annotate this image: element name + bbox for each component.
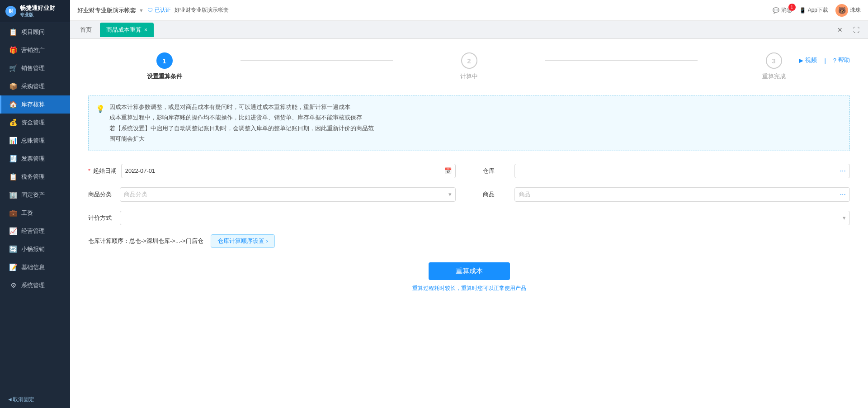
info-line-1: 因成本计算参数调整，或是对商品成本有疑问时，可以通过成本重算功能，重新计算一遍成… [109, 102, 374, 112]
sidebar-item-system[interactable]: ⚙ 系统管理 [0, 276, 70, 294]
pricing-row: 计价方式 ▾ [88, 211, 850, 225]
sidebar-item-label: 营销推广 [21, 46, 45, 54]
divider: | [824, 57, 826, 64]
sidebar-item-label: 税务管理 [21, 173, 45, 181]
phone-icon: 📱 [799, 7, 806, 14]
verified-badge: 🛡 已认证 [147, 6, 171, 14]
avatar: 🐻 [835, 4, 848, 17]
close-panel-button[interactable]: ✕ [834, 24, 846, 36]
message-icon: 💬 [773, 7, 779, 14]
recalc-hint: 重算过程耗时较长，重算时您可以正常使用产品 [412, 285, 526, 292]
accounting-icon: 📊 [9, 137, 18, 145]
edition-badge: 专业版 [20, 12, 55, 18]
recalc-button[interactable]: 重算成本 [429, 262, 510, 280]
system-icon: ⚙ [9, 281, 18, 289]
content-area: 1 设置重算条件 2 计算中 [70, 39, 868, 408]
user-name: 珠珠 [850, 6, 861, 14]
chevron-down-icon[interactable]: ▾ [448, 191, 452, 198]
tab-close-icon[interactable]: × [144, 27, 147, 33]
warehouse-row: 仓库 ··· [483, 164, 850, 178]
more-icon-goods[interactable]: ··· [840, 190, 846, 199]
start-date-input[interactable]: 2022-07-01 📅 [121, 164, 456, 178]
main-area: 好业财专业版演示帐套 ▼ 🛡 已认证 好业财专业版演示帐套 💬 消息 1 📱 A… [70, 0, 868, 408]
video-link[interactable]: ▶ 视频 [799, 56, 817, 64]
sidebar-item-invoice[interactable]: 🧾 发票管理 [0, 150, 70, 168]
goods-label: 商品 [483, 190, 510, 199]
warehouse-input[interactable]: ··· [514, 164, 850, 178]
sidebar-item-operations[interactable]: 📈 经营管理 [0, 222, 70, 240]
more-icon[interactable]: ··· [840, 167, 846, 175]
message-button[interactable]: 💬 消息 1 [773, 6, 792, 14]
expand-button[interactable]: ⛶ [850, 24, 863, 36]
operations-icon: 📈 [9, 227, 18, 235]
chevron-down-icon: ▼ [139, 8, 144, 13]
pricing-label: 计价方式 [88, 214, 115, 222]
info-content: 因成本计算参数调整，或是对商品成本有疑问时，可以通过成本重算功能，重新计算一遍成… [109, 102, 374, 144]
sidebar-item-tax[interactable]: 📋 税务管理 [0, 168, 70, 186]
sales-icon: 🛒 [9, 64, 18, 72]
help-link[interactable]: ? 帮助 [833, 56, 850, 64]
tax-icon: 📋 [9, 173, 18, 181]
user-menu[interactable]: 🐻 珠珠 [835, 4, 861, 17]
tab-home[interactable]: 首页 [74, 23, 98, 37]
sidebar-item-label: 发票管理 [21, 155, 45, 163]
step-1-number: 1 [162, 57, 166, 65]
sidebar-nav: 📋 项目顾问 🎁 营销推广 🛒 销售管理 📦 采购管理 🏠 库存核算 💰 资金管… [0, 23, 70, 391]
purchase-icon: 📦 [9, 82, 18, 90]
expense-icon: 🔄 [9, 245, 18, 253]
play-icon: ▶ [799, 57, 803, 64]
stepper: 1 设置重算条件 2 计算中 [88, 52, 850, 81]
step-1: 1 设置重算条件 [88, 52, 241, 81]
sidebar-item-expense[interactable]: 🔄 小畅报销 [0, 240, 70, 258]
sidebar-item-purchase[interactable]: 📦 采购管理 [0, 77, 70, 95]
tab-recalc-label: 商品成本重算 [106, 26, 142, 34]
warehouse-order-settings-button[interactable]: 仓库计算顺序设置 › [211, 234, 275, 248]
category-placeholder: 商品分类 [124, 190, 147, 199]
step-connector-2 [545, 60, 698, 61]
inventory-icon: 🏠 [9, 100, 18, 109]
form-grid: * 起始日期 2022-07-01 📅 仓库 ··· [88, 164, 850, 202]
sidebar-item-accounting[interactable]: 📊 总账管理 [0, 132, 70, 150]
sidebar-item-label: 销售管理 [21, 64, 45, 72]
tab-bar-actions: ✕ ⛶ [834, 24, 868, 36]
calendar-icon[interactable]: 📅 [444, 167, 452, 174]
account-selector[interactable]: 好业财专业版演示帐套 ▼ [77, 6, 144, 14]
sidebar-item-assets[interactable]: 🏢 固定资产 [0, 186, 70, 204]
info-line-3: 若【系统设置】中启用了自动调整记账日期时，会调整入库单的整单记账日期，因此重新计… [109, 123, 374, 133]
step-3-label: 重算完成 [762, 72, 786, 81]
sidebar-item-label: 工资 [21, 209, 33, 217]
category-input[interactable]: 商品分类 ▾ [120, 187, 456, 202]
header-right: 💬 消息 1 📱 App下载 🐻 珠珠 [773, 4, 861, 17]
step-2-label: 计算中 [460, 72, 478, 81]
sidebar-item-basic[interactable]: 📝 基础信息 [0, 258, 70, 276]
start-date-value: 2022-07-01 [125, 167, 156, 174]
sidebar-item-label: 项目顾问 [21, 28, 45, 36]
step-connector-1 [241, 60, 393, 61]
sidebar-item-project[interactable]: 📋 项目顾问 [0, 23, 70, 41]
info-line-4: 围可能会扩大 [109, 133, 374, 144]
sidebar-item-salary[interactable]: 💼 工资 [0, 204, 70, 222]
salary-icon: 💼 [9, 209, 18, 217]
shield-icon: 🛡 [147, 7, 153, 14]
app-download-button[interactable]: 📱 App下载 [799, 6, 828, 14]
goods-placeholder: 商品 [519, 190, 530, 199]
goods-input[interactable]: 商品 ··· [514, 187, 850, 202]
connector-line-2 [545, 60, 698, 61]
tab-recalc[interactable]: 商品成本重算 × [100, 23, 154, 37]
sidebar-item-sales[interactable]: 🛒 销售管理 [0, 59, 70, 77]
sidebar-item-finance[interactable]: 💰 资金管理 [0, 114, 70, 132]
pricing-chevron-icon[interactable]: ▾ [843, 214, 846, 221]
app-download-label: App下载 [808, 6, 828, 14]
sidebar-header: 财 畅捷通好业财 专业版 [0, 0, 70, 23]
step-3-circle: 3 [766, 52, 782, 69]
sidebar-item-label: 小畅报销 [21, 245, 45, 253]
step-1-circle: 1 [156, 52, 173, 69]
sidebar-item-label: 固定资产 [21, 191, 45, 199]
pricing-input[interactable]: ▾ [120, 211, 850, 225]
sidebar-item-inventory[interactable]: 🏠 库存核算 [0, 95, 70, 114]
sidebar-unpin[interactable]: ◄取消固定 [0, 391, 70, 408]
category-label: 商品分类 [88, 190, 115, 199]
sidebar-item-marketing[interactable]: 🎁 营销推广 [0, 41, 70, 59]
marketing-icon: 🎁 [9, 46, 18, 54]
account-display: 好业财专业版演示帐套 [175, 6, 229, 14]
